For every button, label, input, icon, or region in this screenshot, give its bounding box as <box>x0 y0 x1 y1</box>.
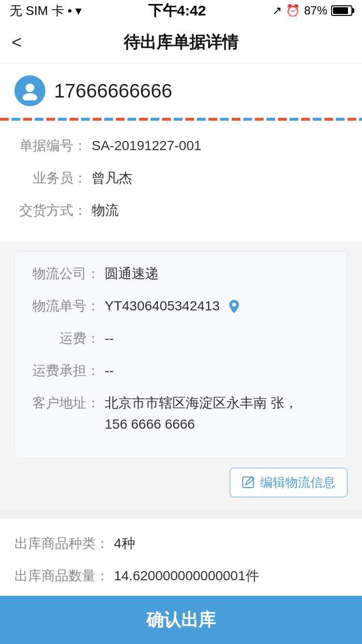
status-bar: 无 SIM 卡 • ▾ 下午4:42 ↗ ⏰ 87% <box>0 0 362 21</box>
stock-quantity-label: 出库商品数量： <box>14 565 109 587</box>
freight-bearer-label: 运费承担： <box>28 360 100 382</box>
page-title: 待出库单据详情 <box>124 31 238 54</box>
stock-quantity-value: 14.620000000000001件 <box>114 565 259 587</box>
freight-bearer-row: 运费承担： -- <box>28 360 334 382</box>
address-row: 客户地址： 北京市市辖区海淀区永丰南 张，156 6666 6666 <box>28 392 334 436</box>
svg-point-0 <box>26 84 34 92</box>
battery-icon <box>331 5 352 16</box>
document-no-row: 单据编号： SA-20191227-001 <box>14 135 348 157</box>
logistics-company-row: 物流公司： 圆通速递 <box>28 263 334 285</box>
location-pin-icon[interactable] <box>226 299 242 314</box>
edit-logistics-label: 编辑物流信息 <box>260 474 335 491</box>
freight-label: 运费： <box>28 328 100 350</box>
battery-percent: 87% <box>304 4 327 17</box>
tracking-no-value: YT4306405342413 <box>105 295 242 317</box>
stock-info-section: 出库商品种类： 4种 出库商品数量： 14.620000000000001件 <box>0 518 362 607</box>
stock-types-label: 出库商品种类： <box>14 533 109 555</box>
alarm-icon: ⏰ <box>286 4 300 17</box>
stock-quantity-row: 出库商品数量： 14.620000000000001件 <box>14 565 348 587</box>
stock-types-row: 出库商品种类： 4种 <box>14 533 348 555</box>
sales-rep-label: 业务员： <box>14 168 87 189</box>
address-label: 客户地址： <box>28 392 100 414</box>
freight-bearer-value: -- <box>105 360 114 382</box>
logistics-card: 物流公司： 圆通速递 物流单号： YT4306405342413 运费： -- … <box>14 251 348 458</box>
svg-point-2 <box>232 303 236 307</box>
nav-bar: < 待出库单据详情 <box>0 21 362 64</box>
status-left: 无 SIM 卡 • ▾ <box>10 2 82 19</box>
back-button[interactable]: < <box>12 32 22 53</box>
sales-rep-row: 业务员： 曾凡杰 <box>14 168 348 189</box>
customer-phone: 17666666666 <box>54 80 172 102</box>
freight-row: 运费： -- <box>28 328 334 350</box>
address-value: 北京市市辖区海淀区永丰南 张，156 6666 6666 <box>105 392 317 436</box>
document-no-value: SA-20191227-001 <box>92 135 201 157</box>
confirm-outbound-button[interactable]: 确认出库 <box>0 596 362 644</box>
status-right: ↗ ⏰ 87% <box>272 4 352 17</box>
sales-rep-value: 曾凡杰 <box>92 168 132 189</box>
edit-btn-row: 编辑物流信息 <box>0 468 362 509</box>
svg-point-1 <box>23 93 37 100</box>
logistics-company-label: 物流公司： <box>28 263 100 285</box>
delivery-method-row: 交货方式： 物流 <box>14 200 348 222</box>
edit-icon <box>242 476 255 490</box>
section-divider <box>0 509 362 518</box>
edit-logistics-button[interactable]: 编辑物流信息 <box>230 468 348 497</box>
tracking-no-row: 物流单号： YT4306405342413 <box>28 295 334 317</box>
status-time: 下午4:42 <box>148 1 206 21</box>
stock-types-value: 4种 <box>114 533 135 555</box>
freight-value: -- <box>105 328 114 350</box>
customer-header: 17666666666 <box>0 64 362 118</box>
document-no-label: 单据编号： <box>14 135 87 157</box>
location-status-icon: ↗ <box>272 4 282 17</box>
basic-info-section: 单据编号： SA-20191227-001 业务员： 曾凡杰 交货方式： 物流 <box>0 121 362 241</box>
logistics-company-value: 圆通速递 <box>105 263 159 285</box>
svg-rect-3 <box>243 477 253 488</box>
tracking-no-label: 物流单号： <box>28 295 100 317</box>
confirm-outbound-label: 确认出库 <box>146 608 216 632</box>
avatar <box>14 75 45 106</box>
delivery-method-value: 物流 <box>92 200 119 222</box>
delivery-method-label: 交货方式： <box>14 200 87 222</box>
